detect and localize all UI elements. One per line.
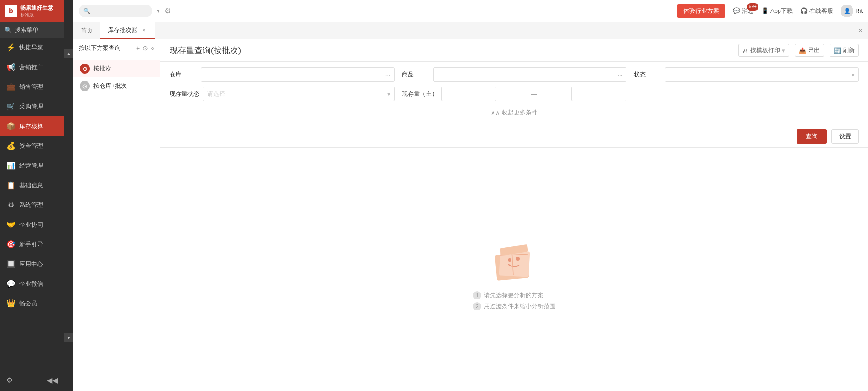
sidebar-item-label: 企业协同 — [19, 221, 58, 229]
purchase-icon: 🛒 — [6, 102, 16, 111]
tab-inventory-batch[interactable]: 库存批次账 × — [100, 22, 155, 39]
settings-btn[interactable]: 设置 — [831, 129, 859, 144]
plan-badge-inactive: ◎ — [80, 81, 90, 91]
plan-icon: ⊙ — [83, 66, 87, 72]
plan-item-batch[interactable]: ⊙ 按批次 — [73, 60, 160, 77]
tab-close-btn[interactable]: × — [140, 27, 148, 34]
sidebar-item-label: 库存核算 — [19, 122, 58, 130]
stock-qty-min-input[interactable] — [445, 87, 492, 101]
action-bar: 查询 设置 — [160, 125, 868, 148]
stock-status-select[interactable]: 请选择 ▾ — [203, 87, 395, 101]
collapse-label: 收起更多条件 — [502, 109, 538, 117]
sidebar-item-inventory[interactable]: 📦 库存核算 — [0, 116, 64, 136]
sidebar-item-system[interactable]: ⚙ 系统管理 — [0, 195, 64, 215]
goods-more[interactable]: ··· — [618, 71, 623, 78]
app-title-block: 畅康通好生意 标准版 — [20, 4, 53, 18]
sidebar-item-purchase[interactable]: 🛒 采购管理 — [0, 97, 64, 116]
warehouse-input[interactable] — [205, 68, 385, 81]
query-btn[interactable]: 查询 — [797, 129, 827, 144]
user-profile-btn[interactable]: 👤 Rit — [841, 5, 863, 17]
add-plan-icon[interactable]: + — [136, 44, 140, 52]
sidebar-item-marketing[interactable]: 📢 营销推广 — [0, 57, 64, 77]
sidebar-item-member[interactable]: 👑 畅会员 — [0, 293, 64, 313]
footer-collapse-btn[interactable]: ◀◀ — [45, 374, 60, 386]
search-icon: 🔍 — [5, 27, 12, 33]
sidebar-item-wechat[interactable]: 💬 企业微信 — [0, 274, 64, 293]
sidebar-item-finance[interactable]: 💰 资金管理 — [0, 136, 64, 156]
warehouse-input-wrapper[interactable]: ··· — [201, 67, 395, 82]
collapse-panel-icon[interactable]: « — [151, 44, 154, 52]
goods-input[interactable] — [437, 68, 618, 81]
status-dropdown-icon: ▾ — [852, 71, 855, 78]
sidebar-item-sales[interactable]: 💼 销售管理 — [0, 77, 64, 97]
username: Rit — [855, 7, 863, 14]
sidebar-search[interactable]: 🔍 搜索菜单 — [0, 22, 64, 38]
left-panel: 按以下方案查询 + ⊙ « ⊙ 按批次 ◎ 按 — [73, 39, 160, 391]
sidebar-header: b 畅康通好生意 标准版 — [0, 0, 64, 22]
operations-icon: 📊 — [6, 161, 16, 170]
sidebar-item-label: 系统管理 — [19, 201, 58, 209]
sidebar-item-collab[interactable]: 🤝 企业协同 — [0, 215, 64, 234]
app-download-btn[interactable]: 📱 App下载 — [761, 7, 793, 15]
avatar-icon: 👤 — [844, 8, 851, 14]
footer-settings-btn[interactable]: ⚙ — [5, 374, 15, 386]
sidebar-item-label: 应用中心 — [19, 260, 58, 268]
empty-illustration — [487, 229, 542, 284]
plan-label-2: 按仓库+批次 — [93, 82, 127, 90]
member-icon: 👑 — [6, 299, 16, 308]
trial-btn[interactable]: 体验行业方案 — [677, 4, 725, 18]
export-btn[interactable]: 📤 导出 — [795, 44, 824, 57]
print-btn[interactable]: 🖨 按模板打印 ▾ — [738, 44, 789, 57]
sidebar-item-app-center[interactable]: 🔲 应用中心 — [0, 254, 64, 274]
page-actions: 🖨 按模板打印 ▾ 📤 导出 🔄 刷新 — [738, 44, 859, 57]
topbar-left: 🔍 ▾ ⚙ — [79, 5, 171, 17]
filter-group-status: 状态 ▾ — [634, 67, 859, 82]
plan-icon-2: ◎ — [82, 83, 87, 89]
online-service-btn[interactable]: 🎧 在线客服 — [800, 7, 833, 15]
plan-settings-icon[interactable]: ⊙ — [143, 44, 148, 52]
topbar: 🔍 ▾ ⚙ 体验行业方案 💬 消息 99+ 📱 App下载 🎧 在线客服 — [73, 0, 868, 22]
empty-svg — [487, 229, 542, 284]
search-label: 搜索菜单 — [15, 26, 38, 34]
warehouse-label: 仓库 — [170, 71, 197, 79]
step-num-2: 2 — [473, 302, 481, 310]
topbar-search-bar[interactable]: 🔍 — [79, 5, 152, 17]
print-label: 按模板打印 — [750, 46, 780, 54]
sidebar-item-operations[interactable]: 📊 经营管理 — [0, 156, 64, 175]
scroll-down-btn[interactable]: ▼ — [64, 333, 73, 342]
stock-qty-min-wrapper[interactable] — [441, 87, 496, 101]
left-panel-title: 按以下方案查询 — [79, 44, 121, 52]
refresh-label: 刷新 — [843, 46, 855, 54]
tab-global-close-btn[interactable]: × — [853, 22, 868, 39]
scroll-up-btn[interactable]: ▲ — [64, 49, 73, 58]
status-select[interactable]: ▾ — [665, 67, 859, 82]
step-num-1: 1 — [473, 291, 481, 299]
goods-input-wrapper[interactable]: ··· — [433, 67, 627, 82]
plan-item-warehouse-batch[interactable]: ◎ 按仓库+批次 — [73, 77, 160, 95]
empty-state: 1 请先选择要分析的方案 2 用过滤条件来缩小分析范围 — [160, 148, 868, 391]
filter-group-goods: 商品 ··· — [402, 67, 627, 82]
sidebar-item-quick-nav[interactable]: ⚡ 快捷导航 — [0, 38, 64, 57]
warehouse-more[interactable]: ··· — [385, 71, 390, 78]
plan-badge-active: ⊙ — [80, 64, 90, 74]
stock-qty-max-wrapper[interactable] — [571, 87, 626, 101]
tab-home[interactable]: 首页 — [73, 22, 100, 39]
print-icon: 🖨 — [742, 47, 748, 54]
stock-qty-max-input[interactable] — [576, 87, 622, 101]
headset-icon: 🎧 — [800, 7, 808, 14]
sidebar-item-guide[interactable]: 🎯 新手引导 — [0, 234, 64, 254]
collapse-bar[interactable]: ∧∧ 收起更多条件 — [170, 106, 859, 119]
sidebar-item-basic-info[interactable]: 📋 基础信息 — [0, 175, 64, 195]
sidebar-item-label: 畅会员 — [19, 299, 58, 308]
empty-step-2: 2 用过滤条件来缩小分析范围 — [473, 302, 555, 310]
marketing-icon: 📢 — [6, 63, 16, 71]
sidebar: b 畅康通好生意 标准版 🔍 搜索菜单 ⚡ 快捷导航 📢 营销推广 💼 销售管理… — [0, 0, 64, 391]
app-download-icon: 📱 — [761, 7, 769, 14]
sidebar-item-label: 新手引导 — [19, 240, 58, 249]
messages-btn[interactable]: 💬 消息 99+ — [733, 7, 754, 15]
topbar-dropdown-icon[interactable]: ▾ — [157, 7, 160, 14]
main-area: 🔍 ▾ ⚙ 体验行业方案 💬 消息 99+ 📱 App下载 🎧 在线客服 — [73, 0, 868, 391]
topbar-settings-icon[interactable]: ⚙ — [165, 6, 171, 15]
refresh-btn[interactable]: 🔄 刷新 — [830, 44, 859, 57]
system-icon: ⚙ — [6, 201, 16, 209]
